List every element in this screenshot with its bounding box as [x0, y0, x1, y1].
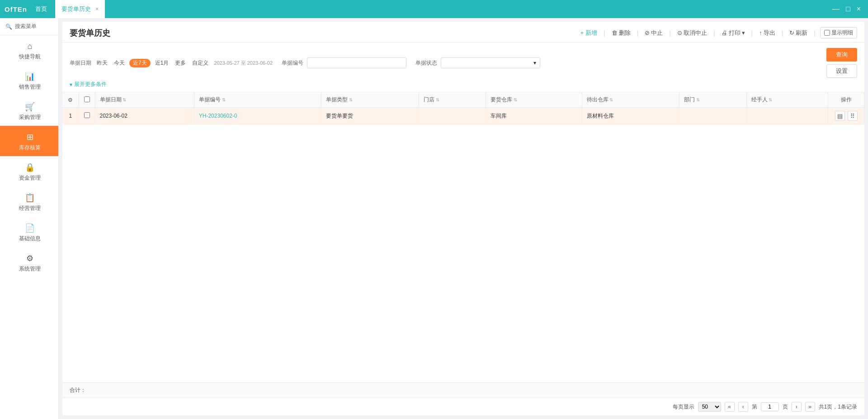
- th-handler[interactable]: 经手人: [746, 92, 828, 108]
- content-area: 要货单历史 + 新增 | 🗑 删除 | ⊘ 中止 | ⊙: [59, 18, 868, 419]
- tab-home[interactable]: 首页: [27, 0, 55, 18]
- filter-row: 单据日期 昨天 今天 近7天 近1月 更多 自定义 2023-05-27 至 2…: [70, 48, 857, 78]
- operations-icon: 📋: [25, 193, 35, 203]
- select-all-checkbox[interactable]: [84, 96, 90, 102]
- doc-no-filter-group: 单据编号: [282, 57, 406, 68]
- sidebar-item-basic-label: 基础信息: [19, 235, 41, 243]
- pagination: 每页显示 50 100 200 « ‹ 第 页 › » 共1页，1条记录: [62, 398, 864, 415]
- expand-label: 展开更多条件: [74, 81, 107, 88]
- sidebar-item-system[interactable]: ⚙ 系统管理: [0, 247, 58, 277]
- print-button[interactable]: 🖨 打印 ▾: [720, 28, 747, 38]
- header-actions: + 新增 | 🗑 删除 | ⊘ 中止 | ⊙ 取消中止: [579, 27, 857, 38]
- per-page-select[interactable]: 50 100 200: [698, 402, 721, 412]
- top-bar: OfTEn 首页 要货单历史 × — □ ×: [0, 0, 868, 18]
- row-more-button[interactable]: ⠿: [848, 111, 858, 121]
- sidebar-search[interactable]: 🔍 搜索菜单: [0, 18, 58, 35]
- cancel-stop-icon: ⊙: [677, 29, 682, 36]
- expand-more-button[interactable]: ▾ 展开更多条件: [70, 81, 857, 88]
- row-view-button[interactable]: ▤: [835, 111, 845, 121]
- footer-summary: 合计：: [62, 382, 864, 398]
- row-date: 2023-06-02: [95, 108, 194, 124]
- stop-icon: ⊘: [645, 29, 650, 36]
- status-select[interactable]: ▾: [441, 57, 540, 68]
- date-filter-group: 单据日期 昨天 今天 近7天 近1月 更多 自定义 2023-05-27 至 2…: [70, 59, 273, 67]
- th-settings[interactable]: ⚙: [62, 92, 79, 108]
- shortcut-today[interactable]: 今天: [112, 59, 127, 67]
- sidebar-item-operations-label: 经营管理: [19, 205, 41, 212]
- th-date[interactable]: 单据日期: [95, 92, 194, 108]
- sidebar-item-home[interactable]: ⌂ 快捷导航: [0, 35, 58, 65]
- finance-icon: 🔒: [25, 162, 35, 172]
- purchase-icon: 🛒: [25, 102, 35, 112]
- th-actions: 操作: [828, 92, 864, 108]
- shortcut-1month[interactable]: 近1月: [153, 59, 171, 67]
- expand-icon: ▾: [70, 81, 72, 88]
- th-req-warehouse[interactable]: 要货仓库: [486, 92, 582, 108]
- system-icon: ⚙: [26, 253, 33, 263]
- page-number-input[interactable]: [761, 402, 779, 411]
- delete-button[interactable]: 🗑 删除: [610, 28, 632, 38]
- shortcut-7days[interactable]: 近7天: [129, 59, 151, 67]
- delete-icon: 🗑: [612, 29, 618, 36]
- sidebar-item-sales-label: 销售管理: [19, 83, 41, 91]
- top-bar-right: — □ ×: [832, 5, 868, 13]
- th-store[interactable]: 门店: [419, 92, 486, 108]
- sidebar-item-finance-label: 资金管理: [19, 174, 41, 182]
- stop-button[interactable]: ⊘ 中止: [643, 28, 665, 38]
- row-pending-warehouse: 原材料仓库: [582, 108, 679, 124]
- row-checkbox-cell: [79, 108, 95, 124]
- sidebar-item-operations[interactable]: 📋 经营管理: [0, 186, 58, 217]
- row-checkbox[interactable]: [84, 112, 90, 118]
- search-icon: 🔍: [5, 24, 12, 30]
- sidebar-item-inventory-label: 库存核算: [19, 144, 41, 152]
- table-row: 1 2023-06-02 YH-20230602-0 要货单要货 车间库: [62, 108, 864, 124]
- row-req-warehouse: 车间库: [486, 108, 582, 124]
- th-pending-warehouse[interactable]: 待出仓库: [582, 92, 679, 108]
- sidebar-item-sales[interactable]: 📊 销售管理: [0, 65, 58, 95]
- table-area: ⚙ 单据日期 单据编号 单据类型 门店 要货仓库 待出仓库 部门 经手人: [62, 92, 864, 382]
- query-button[interactable]: 查询: [826, 48, 857, 62]
- sidebar-item-basic[interactable]: 📄 基础信息: [0, 217, 58, 247]
- display-cell-button[interactable]: 显示明细: [820, 27, 857, 38]
- page-suffix-label: 页: [783, 403, 788, 411]
- new-button[interactable]: + 新增: [579, 28, 599, 38]
- display-cell-checkbox[interactable]: [824, 30, 830, 36]
- last-page-button[interactable]: »: [805, 402, 815, 412]
- sidebar-item-finance[interactable]: 🔒 资金管理: [0, 156, 58, 186]
- prev-page-button[interactable]: ‹: [738, 402, 748, 412]
- row-doc-no: YH-20230602-0: [194, 108, 321, 124]
- th-doc-type[interactable]: 单据类型: [321, 92, 419, 108]
- tab-close-icon[interactable]: ×: [95, 6, 99, 12]
- next-page-button[interactable]: ›: [792, 402, 802, 412]
- refresh-button[interactable]: ↻ 刷新: [788, 28, 809, 38]
- basic-icon: 📄: [25, 223, 35, 233]
- window-minimize-icon[interactable]: —: [832, 5, 840, 13]
- window-maximize-icon[interactable]: □: [846, 5, 850, 13]
- sidebar-item-purchase[interactable]: 🛒 采购管理: [0, 95, 58, 126]
- th-department[interactable]: 部门: [679, 92, 746, 108]
- shortcut-yesterday[interactable]: 昨天: [95, 59, 109, 67]
- tab-active[interactable]: 要货单历史 ×: [55, 0, 105, 18]
- first-page-button[interactable]: «: [725, 402, 735, 412]
- window-close-icon[interactable]: ×: [857, 5, 861, 13]
- cancel-stop-button[interactable]: ⊙ 取消中止: [675, 28, 709, 38]
- doc-no-label: 单据编号: [282, 59, 303, 67]
- page-title: 要货单历史: [70, 28, 110, 38]
- sidebar-item-home-label: 快捷导航: [19, 53, 41, 61]
- setting-button[interactable]: 设置: [826, 64, 857, 78]
- th-checkbox: [79, 92, 95, 108]
- export-button[interactable]: ↑ 导出: [757, 28, 777, 38]
- export-icon: ↑: [759, 29, 762, 36]
- row-doc-no-link[interactable]: YH-20230602-0: [199, 113, 237, 119]
- date-shortcuts: 昨天 今天 近7天 近1月 更多 自定义: [95, 59, 210, 67]
- sidebar-item-inventory[interactable]: ⊞ 库存核算: [0, 126, 58, 156]
- shortcut-custom[interactable]: 自定义: [190, 59, 210, 67]
- shortcut-more[interactable]: 更多: [173, 59, 188, 67]
- sidebar-search-label: 搜索菜单: [15, 23, 37, 30]
- status-select-arrow: ▾: [533, 60, 536, 66]
- date-filter-label: 单据日期: [70, 59, 91, 67]
- doc-no-input[interactable]: [307, 57, 406, 68]
- th-doc-no[interactable]: 单据编号: [194, 92, 321, 108]
- row-doc-type: 要货单要货: [321, 108, 419, 124]
- sidebar: 🔍 搜索菜单 ⌂ 快捷导航 📊 销售管理 🛒 采购管理 ⊞ 库存核算 🔒 资金管…: [0, 18, 59, 419]
